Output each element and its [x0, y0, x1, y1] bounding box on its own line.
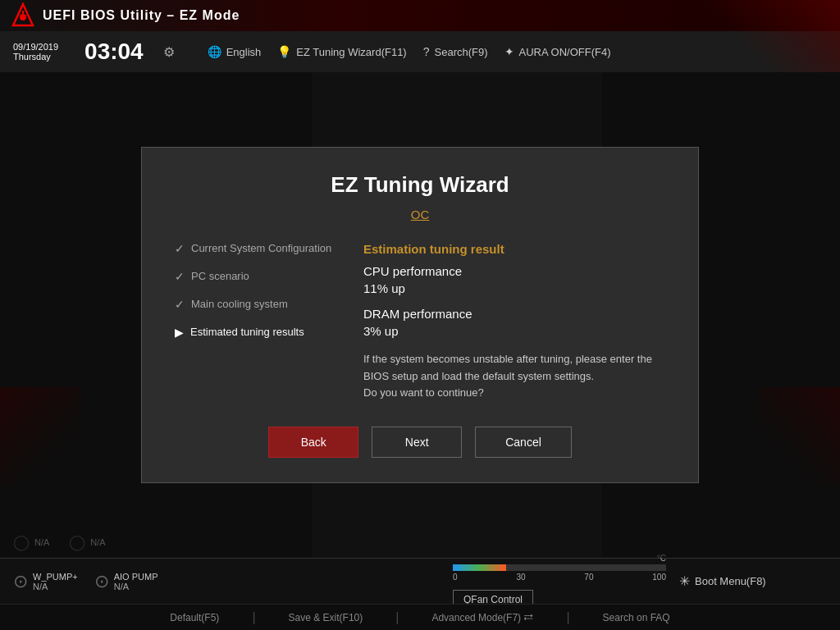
aio-info: AIO PUMP N/A: [114, 572, 158, 591]
rog-logo-icon: [10, 2, 36, 29]
step-pc-scenario: ✓ PC scenario: [175, 270, 339, 283]
wizard-body: ✓ Current System Configuration ✓ PC scen…: [175, 242, 665, 402]
language-label: English: [226, 46, 262, 58]
day-display: Thursday: [13, 52, 58, 62]
advanced-mode-button[interactable]: Advanced Mode(F7) ⮂: [431, 612, 533, 623]
estimation-results: Estimation tuning result CPU performance…: [363, 242, 665, 402]
app-title: UEFI BIOS Utility – EZ Mode: [43, 8, 240, 23]
step-label-2: PC scenario: [191, 270, 249, 282]
date-display: 09/19/2019: [13, 42, 58, 52]
temp-label-0: 0: [453, 573, 458, 582]
time-display: 03:04: [84, 40, 144, 63]
save-exit-button[interactable]: Save & Exit(F10): [289, 612, 363, 623]
dram-perf-value: 3% up: [363, 324, 665, 338]
aura-icon: ✦: [504, 45, 514, 58]
globe-icon: 🌐: [208, 45, 221, 58]
aio-fan: ⊙ AIO PUMP N/A: [94, 571, 158, 592]
wizard-title: EZ Tuning Wizard: [175, 172, 665, 198]
separator-1: |: [252, 610, 255, 625]
cpu-perf-label: CPU performance: [363, 264, 665, 278]
temp-bar-labels: 0 30 70 100: [453, 573, 666, 582]
header: UEFI BIOS Utility – EZ Mode 09/19/2019 T…: [0, 0, 840, 72]
boot-menu-button[interactable]: ✳ Boot Menu(F8): [679, 573, 766, 589]
search-faq-button[interactable]: Search on FAQ: [603, 612, 670, 623]
check-icon-1: ✓: [175, 242, 185, 255]
wpump-fan: ⊙ W_PUMP+ N/A: [13, 571, 78, 592]
lightbulb-icon: 💡: [277, 45, 291, 58]
wizard-tab-oc[interactable]: OC: [411, 208, 430, 221]
wizard-overlay: EZ Tuning Wizard OC ✓ Current System Con…: [0, 72, 840, 558]
search-button[interactable]: ? Search(F9): [423, 45, 488, 58]
ez-tuning-wizard-button[interactable]: 💡 EZ Tuning Wizard(F11): [277, 45, 406, 58]
svg-point-1: [20, 14, 26, 21]
temp-bar-track: [453, 564, 666, 571]
temp-bar-fill: [453, 564, 506, 571]
wizard-buttons: Back Next Cancel: [175, 427, 665, 458]
dram-perf-label: DRAM performance: [363, 307, 665, 321]
datetime-display: 09/19/2019 Thursday: [13, 42, 58, 62]
step-label-1: Current System Configuration: [191, 242, 331, 254]
check-icon-3: ✓: [175, 298, 185, 311]
settings-icon[interactable]: ⚙: [163, 44, 175, 60]
main-content: ◯ N/A ◯ N/A EZ Tuning Wizard OC ✓ Curren…: [0, 72, 840, 558]
wizard-tab: OC: [175, 208, 665, 222]
search-label: Search(F9): [435, 46, 488, 58]
aio-value: N/A: [114, 582, 158, 591]
wpump-name: W_PUMP+: [33, 572, 78, 582]
step-label-3: Main cooling system: [191, 298, 288, 310]
language-selector[interactable]: 🌐 English: [208, 45, 262, 58]
aio-name: AIO PUMP: [114, 572, 158, 582]
aio-icon: ⊙: [94, 571, 109, 592]
logo-area: UEFI BIOS Utility – EZ Mode: [10, 2, 240, 29]
step-current-config: ✓ Current System Configuration: [175, 242, 339, 255]
step-label-4: Estimated tuning results: [190, 326, 304, 338]
aura-label: AURA ON/OFF(F4): [519, 46, 611, 58]
wpump-value: N/A: [33, 582, 78, 591]
boot-menu-area: ✳ Boot Menu(F8): [679, 573, 827, 589]
temp-bar-section: °C 0 30 70 100 QFan Control: [453, 554, 666, 609]
fan-items: ⊙ W_PUMP+ N/A ⊙ AIO PUMP N/A: [13, 571, 440, 592]
boot-menu-label: Boot Menu(F8): [695, 575, 766, 587]
step-cooling: ✓ Main cooling system: [175, 298, 339, 311]
back-button[interactable]: Back: [268, 427, 358, 458]
wpump-icon: ⊙: [13, 571, 28, 592]
temp-label-70: 70: [584, 573, 593, 582]
footer-bar: Default(F5) | Save & Exit(F10) | Advance…: [0, 604, 840, 630]
step-results: ▶ Estimated tuning results: [175, 326, 339, 339]
separator-3: |: [566, 610, 569, 625]
aura-button[interactable]: ✦ AURA ON/OFF(F4): [504, 45, 611, 58]
cancel-button[interactable]: Cancel: [475, 427, 572, 458]
cpu-perf-value: 11% up: [363, 281, 665, 295]
default-button[interactable]: Default(F5): [170, 612, 219, 623]
next-button[interactable]: Next: [372, 427, 462, 458]
search-help-icon: ?: [423, 45, 430, 58]
wizard-panel: EZ Tuning Wizard OC ✓ Current System Con…: [141, 147, 699, 483]
wpump-info: W_PUMP+ N/A: [33, 572, 78, 591]
estimation-title: Estimation tuning result: [363, 242, 665, 256]
warning-text: If the system becomes unstable after tun…: [363, 351, 665, 402]
arrow-icon: ▶: [175, 326, 184, 339]
temp-label-100: 100: [652, 573, 666, 582]
check-icon-2: ✓: [175, 270, 185, 283]
wizard-steps: ✓ Current System Configuration ✓ PC scen…: [175, 242, 339, 402]
temp-label-30: 30: [516, 573, 525, 582]
bottom-status-bar: ⊙ W_PUMP+ N/A ⊙ AIO PUMP N/A °C 0 30 70 …: [0, 558, 840, 604]
ez-tuning-label: EZ Tuning Wizard(F11): [296, 46, 406, 58]
separator-2: |: [395, 610, 399, 625]
asterisk-icon: ✳: [679, 573, 690, 589]
